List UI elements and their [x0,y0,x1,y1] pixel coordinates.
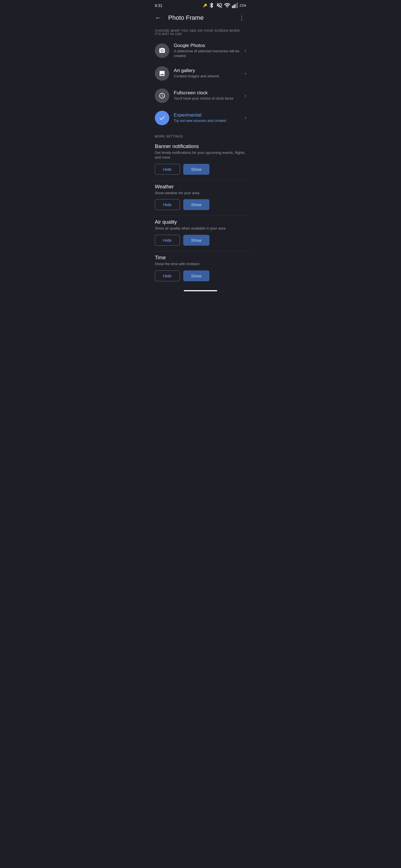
svg-rect-3 [236,3,236,8]
more-dots-icon: ⋮ [239,14,245,21]
clock-icon [159,92,165,99]
svg-rect-0 [232,6,233,8]
mute-icon [216,2,223,9]
nav-bar-line [184,290,217,291]
page-title: Photo Frame [168,14,204,22]
time-group: Time Show the time with Ambient Hide Sho… [150,253,251,286]
art-gallery-chevron: › [245,71,246,76]
image-icon [159,70,165,77]
weather-buttons: Hide Show [155,199,246,210]
svg-rect-2 [234,4,235,8]
weather-subtitle: Show weather for your area [155,191,246,195]
fullscreen-clock-icon-container [155,89,169,103]
experimental-subtitle: Try out new sources and content [174,119,242,123]
art-gallery-content: Art gallery Curated images and artwork [174,68,242,79]
time-subtitle: Show the time with Ambient [155,262,246,267]
fullscreen-clock-item[interactable]: Fullscreen clock You'll have your choice… [150,85,251,107]
fullscreen-clock-content: Fullscreen clock You'll have your choice… [174,90,242,101]
banner-notifications-title: Banner notifications [155,144,246,149]
time-show-button[interactable]: Show [183,271,209,281]
experimental-chevron: › [245,116,246,121]
experimental-title: Experimental [174,113,242,118]
weather-hide-button[interactable]: Hide [155,199,180,210]
fullscreen-clock-chevron: › [245,93,246,98]
art-gallery-item[interactable]: Art gallery Curated images and artwork › [150,62,251,85]
experimental-content: Experimental Try out new sources and con… [174,113,242,123]
camera-icon [159,47,165,54]
status-time: 9:31 [155,3,162,8]
air-quality-buttons: Hide Show [155,235,246,246]
weather-group: Weather Show weather for your area Hide … [150,182,251,215]
status-icons: 🔑 [203,2,246,9]
svg-rect-1 [233,5,234,8]
experimental-icon-container [155,111,169,125]
bottom-nav-indicator [150,286,251,293]
weather-show-button[interactable]: Show [183,199,209,210]
google-photos-content: Google Photos A slideshow of selected me… [174,43,242,58]
google-photos-item[interactable]: Google Photos A slideshow of selected me… [150,39,251,62]
banner-notifications-buttons: Hide Show [155,164,246,175]
google-photos-subtitle: A slideshow of selected memories will be… [174,49,242,58]
time-buttons: Hide Show [155,271,246,281]
art-gallery-icon-container [155,66,169,81]
back-button[interactable]: ← [152,12,164,23]
banner-notifications-show-button[interactable]: Show [183,164,209,175]
fullscreen-clock-title: Fullscreen clock [174,90,242,96]
google-photos-chevron: › [245,48,246,53]
google-photos-icon-container [155,43,169,58]
bluetooth-icon [208,2,215,9]
time-hide-button[interactable]: Hide [155,271,180,281]
art-gallery-subtitle: Curated images and artwork [174,74,242,79]
banner-notifications-group: Banner notifications Get timely notifica… [150,141,251,179]
air-quality-group: Air quality Show air quality when availa… [150,217,251,250]
divider-2 [150,216,251,216]
back-arrow-icon: ← [155,14,161,22]
air-quality-title: Air quality [155,219,246,225]
choose-section-header: CHOOSE WHAT YOU SEE ON YOUR SCREEN WHEN … [150,27,251,39]
toolbar: ← Photo Frame ⋮ [150,10,251,27]
status-bar: 9:31 🔑 [150,0,251,10]
check-icon [159,115,165,121]
time-title: Time [155,255,246,261]
air-quality-show-button[interactable]: Show [183,235,209,246]
svg-rect-4 [237,2,238,8]
divider-1 [150,180,251,181]
air-quality-hide-button[interactable]: Hide [155,235,180,246]
more-options-button[interactable]: ⋮ [236,12,247,23]
battery-indicator: 21% [239,4,246,7]
weather-title: Weather [155,184,246,190]
more-settings-header: MORE SETTINGS [150,129,251,141]
banner-notifications-hide-button[interactable]: Hide [155,164,180,175]
fullscreen-clock-subtitle: You'll have your choice of clock faces [174,96,242,101]
banner-notifications-subtitle: Get timely notifications for your upcomi… [155,151,246,160]
google-photos-title: Google Photos [174,43,242,49]
key-icon: 🔑 [203,4,207,7]
wifi-icon [224,2,231,9]
photo-frame-options-list: Google Photos A slideshow of selected me… [150,39,251,129]
air-quality-subtitle: Show air quality when available in your … [155,226,246,231]
toolbar-left: ← Photo Frame [152,12,204,23]
experimental-item[interactable]: Experimental Try out new sources and con… [150,107,251,129]
art-gallery-title: Art gallery [174,68,242,73]
signal-icon [232,2,238,9]
